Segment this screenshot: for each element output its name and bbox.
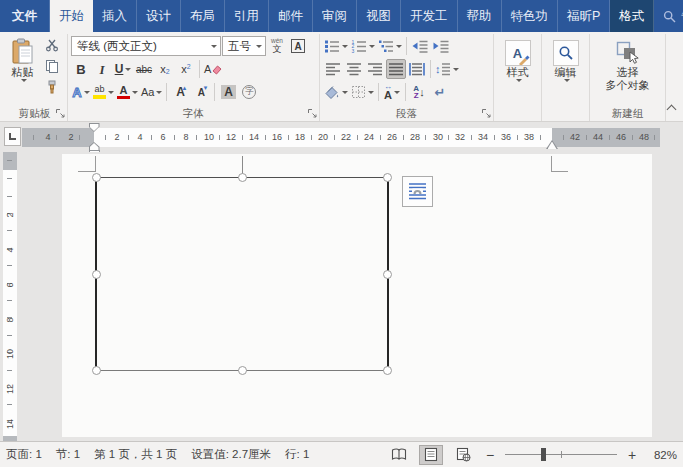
tab-file[interactable]: 文件 — [0, 0, 50, 32]
tell-me-search[interactable]: 告诉我 — [654, 0, 683, 32]
zoom-in-button[interactable]: + — [625, 447, 639, 463]
status-section[interactable]: 节: 1 — [56, 447, 80, 462]
font-dialog-launcher[interactable] — [307, 108, 318, 119]
text-highlight-button[interactable]: ab — [92, 82, 115, 102]
shading-button[interactable] — [323, 82, 349, 102]
status-setting-value[interactable]: 设置值: 2.7厘米 — [191, 447, 271, 462]
italic-button[interactable]: I — [92, 59, 112, 79]
font-color-button[interactable]: A — [116, 82, 139, 102]
change-case-button[interactable]: Aa — [140, 82, 163, 102]
shrink-font-button[interactable]: A▼ — [191, 82, 211, 102]
character-border-button[interactable]: A — [288, 36, 308, 56]
subscript-button[interactable]: x2 — [155, 59, 175, 79]
zoom-slider[interactable] — [505, 454, 617, 455]
paint-bucket-icon — [324, 85, 340, 99]
clear-formatting-button[interactable]: A — [203, 59, 223, 79]
superscript-button[interactable]: x2 — [176, 59, 196, 79]
editing-button[interactable]: 编辑 — [548, 37, 584, 85]
copy-button[interactable] — [42, 56, 62, 76]
scaling-letter: A — [384, 90, 392, 100]
increase-indent-button[interactable] — [431, 36, 451, 56]
horizontal-ruler: 4 2 2 4 6 8 10 12 14 16 18 20 22 24 26 2… — [22, 128, 660, 147]
tab-special-features[interactable]: 特色功 — [502, 0, 559, 32]
ruler-number: 34 — [478, 131, 488, 144]
bullets-button[interactable] — [323, 36, 349, 56]
paragraph-dialog-launcher[interactable] — [481, 108, 492, 119]
highlight-dropdown-arrow — [108, 91, 114, 94]
resize-handle-top-left[interactable] — [92, 173, 101, 182]
tab-help[interactable]: 帮助 — [458, 0, 502, 32]
underline-button[interactable]: U — [113, 59, 133, 79]
layout-options-button[interactable] — [402, 176, 433, 207]
increase-indent-icon — [433, 39, 449, 53]
tab-references[interactable]: 引用 — [225, 0, 269, 32]
resize-handle-top-right[interactable] — [383, 173, 392, 182]
resize-handle-bottom-center[interactable] — [238, 366, 247, 375]
print-layout-button[interactable] — [419, 445, 443, 465]
ruler-number: 26 — [387, 131, 397, 144]
resize-handle-middle-right[interactable] — [383, 270, 392, 279]
tab-stop-selector[interactable] — [4, 127, 21, 146]
selected-textbox-shape[interactable] — [95, 177, 389, 371]
tab-developer[interactable]: 开发工 — [401, 0, 458, 32]
web-layout-button[interactable] — [451, 445, 475, 465]
font-name-dropdown-arrow — [211, 45, 217, 48]
tab-design[interactable]: 设计 — [137, 0, 181, 32]
ruler-number: 32 — [455, 131, 465, 144]
tab-foxit-pdf[interactable]: 福昕P — [558, 0, 610, 32]
tab-format-context[interactable]: 格式 — [610, 0, 654, 32]
paste-button[interactable]: 粘贴 — [5, 35, 40, 97]
collapse-ribbon-button[interactable] — [667, 105, 677, 115]
tab-review[interactable]: 审阅 — [313, 0, 357, 32]
tab-layout[interactable]: 布局 — [181, 0, 225, 32]
multilevel-list-button[interactable] — [377, 36, 403, 56]
tab-view[interactable]: 视图 — [357, 0, 401, 32]
paste-dropdown-arrow — [21, 79, 27, 82]
numbering-button[interactable]: 123 — [350, 36, 376, 56]
styles-button[interactable]: A 样式 — [500, 37, 536, 85]
tab-home[interactable]: 开始 — [50, 0, 93, 32]
font-size-combobox[interactable]: 五号 — [222, 36, 266, 56]
ruler-number: 44 — [593, 131, 603, 144]
grow-font-button[interactable]: A▲ — [170, 82, 190, 102]
show-hide-marks-button[interactable]: ↵ — [430, 82, 450, 102]
align-left-button[interactable] — [323, 59, 343, 79]
resize-handle-middle-left[interactable] — [92, 270, 101, 279]
format-painter-button[interactable] — [42, 77, 62, 97]
tab-mailings[interactable]: 邮件 — [269, 0, 313, 32]
status-line-number[interactable]: 行: 1 — [285, 447, 309, 462]
strikethrough-button[interactable]: abc — [134, 59, 154, 79]
resize-handle-top-center[interactable] — [238, 173, 247, 182]
decrease-indent-button[interactable] — [410, 36, 430, 56]
align-right-button[interactable] — [365, 59, 385, 79]
resize-handle-bottom-right[interactable] — [383, 366, 392, 375]
status-page-number[interactable]: 页面: 1 — [6, 447, 42, 462]
character-shading-button[interactable]: A — [218, 82, 238, 102]
bold-button[interactable]: B — [71, 59, 91, 79]
justify-button[interactable] — [386, 59, 406, 79]
font-color-dropdown-arrow — [132, 91, 138, 94]
font-size-value: 五号 — [228, 39, 251, 54]
zoom-out-button[interactable]: − — [483, 447, 497, 463]
tab-insert[interactable]: 插入 — [93, 0, 137, 32]
read-mode-button[interactable] — [387, 445, 411, 465]
status-page-of-pages[interactable]: 第 1 页，共 1 页 — [94, 447, 177, 462]
ruler-number: 20 — [318, 131, 328, 144]
ruler-number: 10 — [204, 131, 214, 144]
select-multiple-objects-button[interactable]: 选择 多个对象 — [601, 37, 655, 95]
zoom-slider-thumb[interactable] — [541, 448, 546, 461]
font-name-combobox[interactable]: 等线 (西文正文) — [71, 36, 221, 56]
phonetic-guide-button[interactable]: wén文 — [267, 36, 287, 56]
enclose-characters-button[interactable]: 字 — [239, 82, 259, 102]
align-center-button[interactable] — [344, 59, 364, 79]
borders-button[interactable] — [350, 82, 375, 102]
character-scaling-button[interactable]: ↔A — [382, 82, 402, 102]
cut-button[interactable] — [42, 35, 62, 55]
sort-button[interactable]: AZ ↓ — [409, 82, 429, 102]
distributed-button[interactable] — [407, 59, 427, 79]
text-effects-button[interactable]: A — [71, 82, 91, 102]
clipboard-dialog-launcher[interactable] — [55, 108, 66, 119]
resize-handle-bottom-left[interactable] — [92, 366, 101, 375]
zoom-level[interactable]: 82% — [647, 449, 677, 461]
line-spacing-button[interactable]: ↕ — [434, 59, 460, 79]
